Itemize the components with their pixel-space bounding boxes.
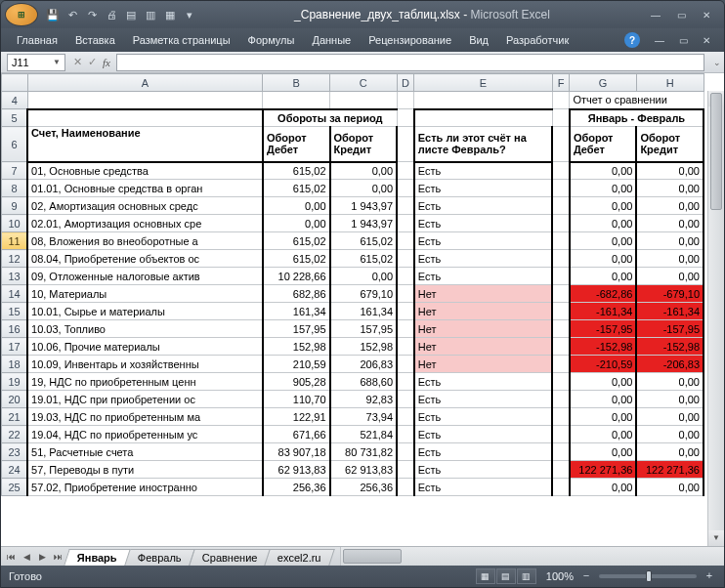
cell[interactable] <box>397 180 414 197</box>
row-header[interactable]: 9 <box>2 197 28 215</box>
cell[interactable] <box>397 250 414 268</box>
cell-name[interactable]: 10, Материалы <box>27 285 263 303</box>
cell-cmp-debit[interactable]: -210,59 <box>570 356 637 373</box>
zoom-in-button[interactable]: + <box>703 569 716 583</box>
report-header[interactable]: Отчет о сравнении <box>570 92 704 109</box>
minimize-button[interactable]: — <box>646 8 665 21</box>
cell-exists[interactable]: Есть <box>414 479 552 496</box>
cell-exists[interactable]: Есть <box>414 162 552 180</box>
cell-cmp-debit[interactable]: -682,86 <box>570 285 637 303</box>
cell[interactable] <box>397 162 414 180</box>
hscroll-thumb[interactable] <box>343 549 402 564</box>
cell-exists[interactable]: Нет <box>414 303 552 320</box>
period-header[interactable]: Январь - Февраль <box>570 109 704 127</box>
cell-cmp-credit[interactable]: 0,00 <box>636 268 704 285</box>
cell[interactable] <box>552 338 570 356</box>
cell-cmp-debit[interactable]: -157,95 <box>570 320 637 338</box>
scroll-down-icon[interactable]: ▼ <box>708 530 724 546</box>
row-header[interactable]: 16 <box>2 320 28 338</box>
sheet-tab-excel2.ru[interactable]: excel2.ru <box>264 549 334 566</box>
cell-exists[interactable]: Есть <box>414 215 552 232</box>
cell[interactable] <box>552 109 570 127</box>
cell-credit[interactable]: 92,83 <box>330 391 398 408</box>
cell[interactable] <box>552 426 570 443</box>
cell-exists[interactable]: Есть <box>414 408 552 426</box>
cell[interactable] <box>552 320 570 338</box>
cell[interactable] <box>397 232 414 250</box>
cell-debit[interactable]: 615,02 <box>263 250 330 268</box>
cell-credit[interactable]: 679,10 <box>330 285 398 303</box>
qat-dropdown-icon[interactable]: ▾ <box>181 6 198 23</box>
col-header-E[interactable]: E <box>414 74 552 92</box>
cell[interactable] <box>414 109 552 127</box>
maximize-button[interactable]: ▭ <box>671 8 691 21</box>
question-header[interactable]: Есть ли этот счёт на листе Февраль? <box>414 127 552 162</box>
row-header[interactable]: 18 <box>2 356 28 373</box>
cell-name[interactable]: 02, Амортизация основных средс <box>27 197 263 215</box>
cell-exists[interactable]: Есть <box>414 197 552 215</box>
cell-cmp-debit[interactable]: 0,00 <box>570 232 637 250</box>
cell[interactable] <box>552 479 570 496</box>
cell-credit[interactable]: 152,98 <box>330 338 398 356</box>
cell-name[interactable]: 02.01, Амортизация основных сре <box>27 215 263 232</box>
sheet-tab-Январь[interactable]: Январь <box>64 549 130 566</box>
cell[interactable] <box>552 180 570 197</box>
cell[interactable] <box>552 303 570 320</box>
cell-name[interactable]: 19.04, НДС по приобретенным ус <box>27 426 263 443</box>
scroll-thumb[interactable] <box>710 93 722 210</box>
cell-exists[interactable]: Есть <box>414 391 552 408</box>
cell-exists[interactable]: Есть <box>414 373 552 391</box>
cell-cmp-credit[interactable]: 0,00 <box>636 391 704 408</box>
vertical-scrollbar[interactable]: ▲ ▼ <box>707 91 724 546</box>
accept-formula-icon[interactable]: ✓ <box>88 56 97 68</box>
cell-cmp-debit[interactable]: -161,34 <box>570 303 637 320</box>
cell-exists[interactable]: Есть <box>414 180 552 197</box>
cell[interactable] <box>397 197 414 215</box>
cell[interactable] <box>552 373 570 391</box>
tab-prev-icon[interactable]: ◀ <box>19 549 34 565</box>
cell-credit[interactable]: 161,34 <box>330 303 398 320</box>
cell-name[interactable]: 08.04, Приобретение объектов ос <box>27 250 263 268</box>
cell-cmp-credit[interactable]: 0,00 <box>636 162 704 180</box>
cell[interactable] <box>397 268 414 285</box>
menu-Разметка страницы[interactable]: Разметка страницы <box>125 31 238 49</box>
cell-cmp-debit[interactable]: 0,00 <box>570 180 637 197</box>
cell-cmp-credit[interactable]: 122 271,36 <box>636 461 704 479</box>
cell[interactable] <box>397 109 414 127</box>
cell[interactable] <box>397 426 414 443</box>
cell-exists[interactable]: Нет <box>414 338 552 356</box>
row-header[interactable]: 13 <box>2 268 28 285</box>
cell-cmp-credit[interactable]: 0,00 <box>636 479 704 496</box>
cell-cmp-debit[interactable]: 0,00 <box>570 162 637 180</box>
mdi-restore-button[interactable]: ▭ <box>673 33 693 47</box>
cell-cmp-credit[interactable]: 0,00 <box>636 426 704 443</box>
cell-debit[interactable]: 210,59 <box>263 356 330 373</box>
cell-name[interactable]: 19.03, НДС по приобретенным ма <box>27 408 263 426</box>
cell-name[interactable]: 10.01, Сырье и материалы <box>27 303 263 320</box>
cell[interactable] <box>552 162 570 180</box>
sheet-tab-Сравнение[interactable]: Сравнение <box>189 549 271 566</box>
menu-Вставка[interactable]: Вставка <box>67 31 123 49</box>
row-header[interactable]: 20 <box>2 391 28 408</box>
cell-cmp-credit[interactable]: 0,00 <box>636 408 704 426</box>
menu-Данные[interactable]: Данные <box>304 31 359 49</box>
row-header[interactable]: 6 <box>2 127 28 162</box>
row-header[interactable]: 7 <box>2 162 28 180</box>
cell-cmp-credit[interactable]: 0,00 <box>636 443 704 461</box>
cell-debit[interactable]: 256,36 <box>263 479 330 496</box>
mdi-close-button[interactable]: ✕ <box>697 33 716 47</box>
cell-credit[interactable]: 688,60 <box>330 373 398 391</box>
cell-debit[interactable]: 905,28 <box>263 373 330 391</box>
cell-credit[interactable]: 521,84 <box>330 426 398 443</box>
row-header[interactable]: 25 <box>2 479 28 496</box>
col-header-B[interactable]: B <box>263 74 330 92</box>
col-header-D[interactable]: D <box>397 74 414 92</box>
menu-Рецензирование[interactable]: Рецензирование <box>361 31 459 49</box>
cell-name[interactable]: 01, Основные средства <box>27 162 263 180</box>
cell-name[interactable]: 57, Переводы в пути <box>27 461 263 479</box>
formula-bar[interactable] <box>116 54 704 71</box>
cell[interactable] <box>263 92 330 109</box>
row-header[interactable]: 8 <box>2 180 28 197</box>
cell-name[interactable]: 19, НДС по приобретенным ценн <box>27 373 263 391</box>
cell[interactable] <box>552 127 570 162</box>
